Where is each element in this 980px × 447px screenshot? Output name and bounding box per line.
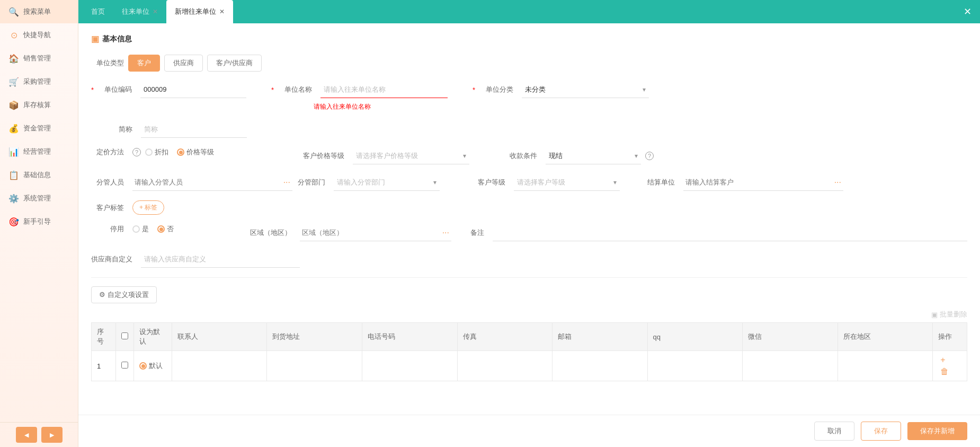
settlement-unit-more-btn[interactable]: ··· <box>832 178 843 187</box>
operation-icon: 📊 <box>8 146 19 157</box>
th-default: 设为默认 <box>134 323 172 351</box>
payment-terms-help-icon[interactable]: ? <box>645 152 654 160</box>
disabled-label: 停用 <box>91 224 128 234</box>
region-more-btn[interactable]: ··· <box>440 228 451 238</box>
custom-settings-button[interactable]: ⚙ 自定义项设置 <box>91 286 157 303</box>
th-email: 邮箱 <box>553 323 648 351</box>
table-header: 序号 设为默认 联系人 到货地址 电话号码 传真 邮箱 qq 微信 所在地区 操… <box>92 323 967 351</box>
tab-contacts[interactable]: 往来单位 ✕ <box>113 0 166 23</box>
region-input[interactable] <box>300 229 440 236</box>
department-label: 分管部门 <box>292 178 329 187</box>
radio-circle-price-level <box>177 148 184 156</box>
td-region <box>838 351 933 381</box>
tab-contacts-close[interactable]: ✕ <box>153 8 158 15</box>
payment-terms-value: 现结 <box>549 151 635 161</box>
remark-input[interactable] <box>493 224 967 241</box>
inventory-icon: 📦 <box>8 100 19 110</box>
sidebar-item-sales[interactable]: 🏠 销售管理 <box>0 47 78 70</box>
department-select[interactable]: 请输入分管部门 ▾ <box>334 174 440 191</box>
tab-new-contact[interactable]: 新增往来单位 ✕ <box>166 0 233 23</box>
unit-code-input[interactable] <box>140 81 246 98</box>
radio-disabled-yes[interactable]: 是 <box>132 224 149 234</box>
supplier-custom-input[interactable] <box>141 251 300 268</box>
section-icon: ▣ <box>91 34 99 44</box>
short-name-label: 简称 <box>100 125 137 134</box>
th-region: 所在地区 <box>838 323 933 351</box>
cancel-button[interactable]: 取消 <box>814 422 854 441</box>
unit-btn-supplier[interactable]: 供应商 <box>164 55 203 72</box>
customer-level-select[interactable]: 请选择客户等级 ▾ <box>514 174 620 191</box>
unit-name-group: * 单位名称 请输入往来单位名称 <box>271 81 473 111</box>
radio-circle-yes <box>132 225 140 233</box>
short-name-input[interactable] <box>141 121 247 138</box>
row-default-radio[interactable]: 默认 <box>139 361 166 371</box>
chevron-down-icon3: ▾ <box>635 152 638 160</box>
sidebar-item-operation[interactable]: 📊 经营管理 <box>0 140 78 163</box>
radio-discount[interactable]: 折扣 <box>145 147 168 157</box>
manager-input[interactable] <box>132 178 281 186</box>
add-tag-button[interactable]: + 标签 <box>132 200 164 215</box>
contact-input[interactable] <box>177 362 262 370</box>
address-input[interactable] <box>272 362 357 370</box>
radio-circle-no <box>157 225 165 233</box>
department-group: 分管部门 请输入分管部门 ▾ <box>292 174 473 191</box>
unit-category-label: 单位分类 <box>480 85 518 94</box>
unit-btn-both[interactable]: 客户/供应商 <box>207 55 262 72</box>
td-action: + 🗑 <box>933 351 967 381</box>
tab-home[interactable]: 首页 <box>83 0 113 23</box>
supplier-custom-row: 供应商自定义 <box>91 251 967 268</box>
sidebar-item-finance[interactable]: 💰 资金管理 <box>0 117 78 140</box>
sidebar-expand-btn[interactable]: ▶ <box>41 427 63 443</box>
manager-more-btn[interactable]: ··· <box>281 178 292 187</box>
settlement-unit-input[interactable] <box>683 178 832 186</box>
email-input[interactable] <box>558 362 642 370</box>
customer-price-level-group: 客户价格等级 请选择客户价格等级 ▾ <box>303 147 504 164</box>
close-all-tabs-button[interactable]: ✕ <box>959 6 976 17</box>
region-table-input[interactable] <box>843 362 928 370</box>
sidebar-bottom: ◀ ▶ <box>0 422 78 447</box>
save-button[interactable]: 保存 <box>861 422 901 441</box>
unit-name-input[interactable] <box>320 81 448 98</box>
unit-type-label: 单位类型 <box>91 55 128 68</box>
unit-code-label: 单位编码 <box>99 85 136 94</box>
tab-new-contact-close[interactable]: ✕ <box>219 8 225 15</box>
sidebar-item-inventory[interactable]: 📦 库存核算 <box>0 93 78 117</box>
chevron-down-icon4: ▾ <box>433 179 436 186</box>
pricing-help-icon[interactable]: ? <box>132 148 141 156</box>
search-icon: 🔍 <box>8 6 19 17</box>
save-new-button[interactable]: 保存并新增 <box>907 422 967 440</box>
payment-terms-select[interactable]: 现结 ▾ <box>546 147 641 164</box>
fax-input[interactable] <box>463 362 547 370</box>
th-qq: qq <box>647 323 743 351</box>
add-row-btn[interactable]: + <box>938 354 947 366</box>
customer-price-level-select[interactable]: 请选择客户价格等级 ▾ <box>353 147 469 164</box>
settlement-unit-group: 结算单位 ··· <box>642 174 843 191</box>
sidebar-item-purchase[interactable]: 🛒 采购管理 <box>0 70 78 93</box>
select-all-checkbox[interactable] <box>121 332 128 339</box>
td-contact <box>172 351 267 381</box>
row-checkbox[interactable] <box>121 362 128 369</box>
sidebar-item-search[interactable]: 🔍 搜索菜单 <box>0 0 78 23</box>
wechat-input[interactable] <box>748 362 832 370</box>
code-name-category-row: * 单位编码 * 单位名称 请输入往来单位名称 * 单位分类 <box>91 81 967 111</box>
phone-input[interactable] <box>368 362 452 370</box>
finance-icon: 💰 <box>8 123 19 134</box>
sidebar-item-system[interactable]: ⚙️ 系统管理 <box>0 187 78 210</box>
radio-disabled-no[interactable]: 否 <box>157 224 174 234</box>
th-address: 到货地址 <box>267 323 362 351</box>
radio-price-level[interactable]: 价格等级 <box>177 147 214 157</box>
main-area: 首页 往来单位 ✕ 新增往来单位 ✕ ✕ ▣ 基本信息 单位类型 客户 供应商 … <box>78 0 980 447</box>
unit-type-row: 单位类型 客户 供应商 客户/供应商 <box>91 55 967 72</box>
sidebar-collapse-btn[interactable]: ◀ <box>16 427 37 443</box>
unit-category-select[interactable]: 未分类 ▾ <box>522 81 649 98</box>
customer-level-group: 客户等级 请选择客户等级 ▾ <box>473 174 642 191</box>
sidebar-item-basic[interactable]: 📋 基础信息 <box>0 163 78 187</box>
table-body: 1 默认 <box>92 351 967 381</box>
region-group: 区域（地区） ··· <box>250 224 451 241</box>
chevron-down-icon: ▾ <box>643 86 646 93</box>
sidebar-item-newbie[interactable]: 🎯 新手引导 <box>0 210 78 233</box>
delete-row-btn[interactable]: 🗑 <box>938 366 951 378</box>
qq-input[interactable] <box>653 362 737 370</box>
sidebar-item-quicknav[interactable]: ⊙ 快捷导航 <box>0 23 78 47</box>
unit-btn-customer[interactable]: 客户 <box>128 55 160 72</box>
